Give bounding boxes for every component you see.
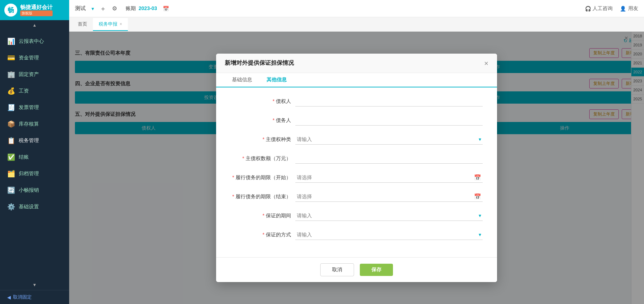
- select-claim-type: ▾: [295, 134, 483, 145]
- label-claim-type: * 主债权种类: [231, 136, 295, 143]
- sidebar-item-basic[interactable]: ⚙️ 基础设置: [0, 199, 69, 215]
- content-area: ↻ 刷新 三、有限责任公司本年度 复制上年度 新增 变更时间 操作: [69, 32, 644, 304]
- sidebar-item-inventory[interactable]: 📦 库存核算: [0, 116, 69, 132]
- calendar-icon-end[interactable]: 📅: [473, 193, 483, 200]
- sidebar-label-archive: 归档管理: [19, 171, 39, 177]
- sidebar-scroll-down[interactable]: ▼: [0, 280, 69, 290]
- debtor-text: 债务人: [276, 117, 291, 123]
- cloud-report-icon: 📊: [7, 37, 15, 45]
- creditor-text: 债权人: [276, 98, 291, 104]
- user-name: 用友: [628, 5, 638, 12]
- subtab-basic-label: 基础信息: [232, 77, 252, 82]
- debt-end-text: 履行债务的期限（结束）: [236, 194, 291, 199]
- sidebar-item-expense[interactable]: 🔄 小畅报销: [0, 182, 69, 199]
- unpin-icon: ◀: [7, 295, 11, 300]
- sidebar-item-fixed-asset[interactable]: 🏢 固定资产: [0, 66, 69, 83]
- logo-icon: 畅: [4, 4, 17, 17]
- required-mark-5: *: [232, 174, 234, 180]
- field-debtor: * 债务人: [231, 115, 483, 126]
- period-text: 账期: [126, 5, 136, 11]
- sidebar-label-tax: 税务管理: [19, 137, 39, 144]
- tab-tax-report[interactable]: 税务申报 ×: [93, 18, 128, 31]
- sidebar-item-settle[interactable]: ✅ 结账: [0, 149, 69, 165]
- modal-subtabs: 基础信息 其他信息: [216, 73, 497, 87]
- field-creditor: * 债权人: [231, 96, 483, 106]
- logo-badge: 旗舰版: [20, 10, 53, 16]
- user-menu[interactable]: 👤 用友: [620, 5, 638, 12]
- save-button[interactable]: 保存: [360, 264, 393, 276]
- guarantee-period-text: 保证的期间: [266, 213, 291, 218]
- field-debt-start: * 履行债务的期限（开始） 📅: [231, 172, 483, 183]
- inventory-icon: 📦: [7, 120, 15, 128]
- settings-icon[interactable]: ⚙: [112, 5, 117, 12]
- required-mark-2: *: [273, 117, 274, 123]
- sidebar-unpin[interactable]: ◀ 取消固定: [0, 290, 69, 304]
- sidebar-item-fund[interactable]: 💳 资金管理: [0, 50, 69, 66]
- expense-icon: 🔄: [7, 186, 15, 194]
- calendar-icon-start[interactable]: 📅: [473, 174, 483, 181]
- salary-icon: 💰: [7, 87, 15, 95]
- label-guarantee-method: * 保证的方式: [231, 232, 295, 238]
- add-guarantee-modal: 新增对外提供保证担保情况 × 基础信息 其他信息: [216, 54, 497, 282]
- app-logo: 畅 畅捷通好会计 旗舰版: [0, 0, 69, 20]
- sidebar-label-salary: 工资: [19, 88, 29, 94]
- company-chevron-icon[interactable]: ▾: [91, 6, 94, 12]
- modal-body: * 债权人 * 债务人: [216, 87, 497, 257]
- label-creditor: * 债权人: [231, 98, 295, 105]
- input-debtor[interactable]: [295, 115, 483, 126]
- tab-home[interactable]: 首页: [72, 18, 93, 31]
- invoice-icon: 🧾: [7, 104, 15, 112]
- cancel-button[interactable]: 取消: [320, 263, 354, 276]
- sidebar-label-inventory: 库存核算: [19, 121, 39, 127]
- subtab-other-info[interactable]: 其他信息: [259, 73, 294, 87]
- consult-button[interactable]: 🎧 人工咨询: [585, 5, 613, 12]
- input-debt-start[interactable]: [295, 172, 473, 182]
- input-guarantee-method[interactable]: [295, 230, 477, 240]
- tab-close-icon[interactable]: ×: [120, 22, 122, 27]
- input-claim-type[interactable]: [295, 134, 477, 144]
- sidebar-label-expense: 小畅报销: [19, 187, 39, 194]
- sidebar-label-settle: 结账: [19, 154, 29, 160]
- sidebar-item-invoice[interactable]: 🧾 发票管理: [0, 99, 69, 116]
- required-mark-7: *: [263, 213, 264, 218]
- chevron-down-icon-claim[interactable]: ▾: [477, 136, 483, 142]
- logo-text: 畅捷通好会计: [20, 4, 53, 10]
- topbar-right: 🎧 人工咨询 👤 用友: [585, 5, 638, 12]
- input-claim-amount[interactable]: [295, 153, 483, 164]
- tab-tax-report-label: 税务申报: [99, 21, 117, 27]
- basic-icon: ⚙️: [7, 203, 15, 211]
- logo-text-wrap: 畅捷通好会计 旗舰版: [20, 4, 53, 16]
- input-debt-end[interactable]: [295, 191, 473, 201]
- date-debt-end: 📅: [295, 191, 483, 202]
- modal-header: 新增对外提供保证担保情况 ×: [216, 54, 497, 73]
- sidebar-label-fixed-asset: 固定资产: [19, 71, 39, 78]
- sidebar-label-invoice: 发票管理: [19, 104, 39, 111]
- sidebar-item-archive[interactable]: 🗂️ 归档管理: [0, 165, 69, 182]
- field-claim-amount: * 主债权数额（万元）: [231, 153, 483, 164]
- archive-icon: 🗂️: [7, 170, 15, 178]
- input-creditor[interactable]: [295, 96, 483, 106]
- headset-icon: 🎧: [585, 6, 591, 12]
- chevron-down-icon-period[interactable]: ▾: [477, 213, 483, 218]
- label-debt-end: * 履行债务的期限（结束）: [231, 194, 295, 200]
- modal-overlay: 新增对外提供保证担保情况 × 基础信息 其他信息: [69, 32, 644, 304]
- required-mark-8: *: [263, 232, 264, 237]
- tab-home-label: 首页: [78, 21, 87, 27]
- input-guarantee-period[interactable]: [295, 210, 477, 221]
- sidebar: 畅 畅捷通好会计 旗舰版 ▲ 📊 云报表中心 💳 资金管理 🏢 固定资产 💰 工…: [0, 0, 69, 304]
- sidebar-item-salary[interactable]: 💰 工资: [0, 83, 69, 99]
- modal-footer: 取消 保存: [216, 257, 497, 282]
- main-area: 测试 ▾ ＋ ⚙ 账期 2023-03 📅 🎧 人工咨询 👤 用友 首页 税务申…: [69, 0, 644, 304]
- tax-icon: 📋: [7, 137, 15, 145]
- date-debt-start: 📅: [295, 172, 483, 183]
- sidebar-item-cloud-report[interactable]: 📊 云报表中心: [0, 33, 69, 50]
- add-icon[interactable]: ＋: [100, 4, 106, 13]
- calendar-icon[interactable]: 📅: [163, 6, 169, 12]
- sidebar-scroll-up[interactable]: ▲: [0, 20, 69, 30]
- modal-close-button[interactable]: ×: [484, 60, 488, 67]
- sidebar-nav: 📊 云报表中心 💳 资金管理 🏢 固定资产 💰 工资 🧾 发票管理 📦 库存核算…: [0, 30, 69, 280]
- sidebar-item-tax[interactable]: 📋 税务管理: [0, 132, 69, 149]
- chevron-down-icon-method[interactable]: ▾: [477, 232, 483, 237]
- subtab-basic-info[interactable]: 基础信息: [225, 73, 259, 87]
- sidebar-label-basic: 基础设置: [19, 204, 39, 210]
